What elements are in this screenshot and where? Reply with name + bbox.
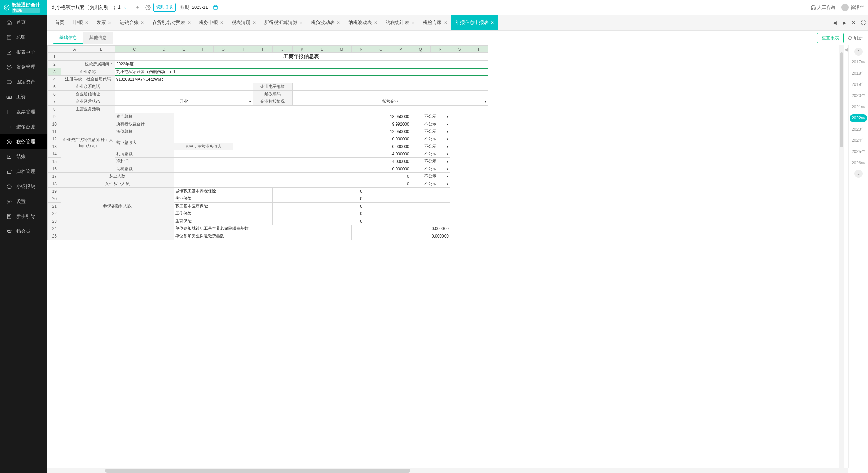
year-up-icon[interactable]: ⌃ bbox=[854, 48, 863, 56]
medical-cell[interactable]: 0 bbox=[273, 203, 450, 210]
profit-pub[interactable]: 不公示 bbox=[411, 150, 450, 158]
sidebar-item-tax[interactable]: 税务管理 bbox=[0, 134, 47, 149]
sidebar-item-ledger[interactable]: 总账 bbox=[0, 30, 47, 45]
collapse-rail-icon[interactable]: ◀ bbox=[844, 45, 848, 468]
col-header[interactable]: H bbox=[233, 46, 253, 53]
netprofit-pub[interactable]: 不公示 bbox=[411, 158, 450, 165]
fullscreen-icon[interactable]: ⛶ bbox=[859, 15, 868, 30]
col-header[interactable]: D bbox=[154, 46, 174, 53]
col-header[interactable]: A bbox=[61, 46, 88, 53]
tab-close-icon[interactable]: ✕ bbox=[411, 20, 415, 25]
tabs-prev-icon[interactable]: ◀ bbox=[830, 15, 840, 30]
year-item[interactable]: 2018年 bbox=[850, 70, 867, 77]
tab[interactable]: 税表清册✕ bbox=[228, 15, 260, 30]
tab-close-icon[interactable]: ✕ bbox=[108, 20, 112, 25]
col-header[interactable]: E bbox=[174, 46, 194, 53]
equity-cell[interactable]: 9.992000 bbox=[174, 120, 411, 128]
tab-close-icon[interactable]: ✕ bbox=[444, 20, 447, 25]
tab-close-icon[interactable]: ✕ bbox=[188, 20, 191, 25]
tab-close-icon[interactable]: ✕ bbox=[141, 20, 144, 25]
sidebar-item-home[interactable]: 首页 bbox=[0, 15, 47, 30]
sidebar-item-close[interactable]: 结账 bbox=[0, 149, 47, 164]
tab[interactable]: i申报✕ bbox=[68, 15, 93, 30]
year-item[interactable]: 2025年 bbox=[850, 148, 867, 156]
zip-cell[interactable] bbox=[292, 91, 488, 98]
tab-close-icon[interactable]: ✕ bbox=[220, 20, 223, 25]
col-header[interactable]: F bbox=[194, 46, 213, 53]
holding-select[interactable]: 私营企业 bbox=[292, 98, 488, 106]
tab[interactable]: 进销台账✕ bbox=[116, 15, 148, 30]
tab[interactable]: 税负波动表✕ bbox=[307, 15, 344, 30]
year-item[interactable]: 2026年 bbox=[850, 159, 867, 167]
status-select[interactable]: 开业 bbox=[115, 98, 253, 106]
phone-cell[interactable] bbox=[115, 83, 253, 91]
injury-cell[interactable]: 0 bbox=[273, 210, 450, 217]
reg-code-cell[interactable]: 91320811MA7NGR2W6R bbox=[115, 76, 488, 83]
col-header[interactable]: C bbox=[115, 46, 154, 53]
year-item[interactable]: 2024年 bbox=[850, 137, 867, 145]
period-value[interactable]: 2023-11 bbox=[192, 5, 208, 10]
tab-close-icon[interactable]: ✕ bbox=[299, 20, 303, 25]
profit-cell[interactable]: -4.000000 bbox=[174, 150, 411, 158]
tab[interactable]: 所得税汇算清缴✕ bbox=[260, 15, 307, 30]
mainbiz-cell[interactable] bbox=[115, 106, 488, 113]
col-header[interactable]: R bbox=[430, 46, 450, 53]
address-cell[interactable] bbox=[115, 91, 253, 98]
pension-base-cell[interactable]: 0.000000 bbox=[352, 225, 450, 232]
unemploy-base-cell[interactable]: 0.000000 bbox=[352, 232, 450, 240]
sidebar-item-vip[interactable]: 畅会员 bbox=[0, 224, 47, 239]
reset-report-button[interactable]: 重置报表 bbox=[817, 33, 844, 43]
tabs-close-all-icon[interactable]: ✕ bbox=[849, 15, 859, 30]
pension-cell[interactable]: 0 bbox=[273, 188, 450, 195]
employees-cell[interactable]: 0 bbox=[174, 173, 411, 180]
account-chevron-icon[interactable]: ⌄ bbox=[123, 5, 127, 10]
tab[interactable]: 年报信息申报表✕ bbox=[451, 15, 498, 30]
col-header[interactable]: K bbox=[292, 46, 312, 53]
sidebar-item-settings[interactable]: 设置 bbox=[0, 194, 47, 209]
col-header[interactable]: L bbox=[312, 46, 332, 53]
sidebar-item-report[interactable]: 报表中心 bbox=[0, 45, 47, 60]
switch-old-version-button[interactable]: 切到旧版 bbox=[153, 3, 176, 12]
tabs-next-icon[interactable]: ▶ bbox=[840, 15, 849, 30]
calendar-icon[interactable] bbox=[213, 5, 218, 10]
employees-pub[interactable]: 不公示 bbox=[411, 173, 450, 180]
subtab[interactable]: 其他信息 bbox=[83, 32, 113, 44]
tab[interactable]: 纳税统计表✕ bbox=[381, 15, 419, 30]
total-assets-pub[interactable]: 不公示 bbox=[411, 113, 450, 120]
tab[interactable]: 税务申报✕ bbox=[195, 15, 228, 30]
year-item[interactable]: 2020年 bbox=[850, 92, 867, 100]
tab-close-icon[interactable]: ✕ bbox=[253, 20, 256, 25]
account-selector[interactable]: 刘小艳演示账套（勿删勿动！）1 bbox=[52, 4, 121, 11]
main-revenue-cell[interactable]: 0.000000 bbox=[233, 143, 411, 150]
unemploy-cell[interactable]: 0 bbox=[273, 195, 450, 203]
sidebar-item-invoice[interactable]: 发票管理 bbox=[0, 105, 47, 119]
col-header[interactable]: T bbox=[469, 46, 488, 53]
year-down-icon[interactable]: ⌄ bbox=[854, 170, 863, 178]
col-header[interactable]: B bbox=[88, 46, 115, 53]
sidebar-item-asset[interactable]: 固定资产 bbox=[0, 75, 47, 90]
sidebar-item-inout[interactable]: 进销台账 bbox=[0, 119, 47, 134]
period-value-cell[interactable]: 2022年度 bbox=[115, 61, 488, 68]
logo[interactable]: 畅捷通好会计 专业版 bbox=[0, 0, 47, 15]
year-item[interactable]: 2022年 bbox=[850, 114, 867, 122]
netprofit-cell[interactable]: -4.000000 bbox=[174, 158, 411, 165]
revenue-cell[interactable]: 0.000000 bbox=[174, 135, 411, 143]
company-name-cell[interactable]: 刘小艳演示账套（勿删勿动！）1 bbox=[115, 68, 488, 76]
tab[interactable]: 存货别名对照表✕ bbox=[148, 15, 195, 30]
support-button[interactable]: 人工咨询 bbox=[811, 4, 835, 11]
tab-close-icon[interactable]: ✕ bbox=[85, 20, 88, 25]
add-account-icon[interactable]: ＋ bbox=[135, 4, 140, 11]
liab-cell[interactable]: 12.050000 bbox=[174, 128, 411, 135]
horizontal-scrollbar[interactable] bbox=[47, 468, 848, 473]
tab[interactable]: 纳税波动表✕ bbox=[344, 15, 381, 30]
sidebar-item-funds[interactable]: 资金管理 bbox=[0, 60, 47, 75]
tax-pub[interactable]: 不公示 bbox=[411, 165, 450, 173]
tab-close-icon[interactable]: ✕ bbox=[374, 20, 377, 25]
year-item[interactable]: 2017年 bbox=[850, 58, 867, 66]
spreadsheet[interactable]: ABCDEFGHIJKLMNOPQRST 1工商年报信息表 2税款所属期间：20… bbox=[47, 45, 839, 468]
tab-close-icon[interactable]: ✕ bbox=[491, 20, 494, 25]
vertical-scrollbar[interactable] bbox=[839, 45, 844, 468]
tab[interactable]: 发票✕ bbox=[93, 15, 116, 30]
col-header[interactable]: N bbox=[352, 46, 371, 53]
maternity-cell[interactable]: 0 bbox=[273, 217, 450, 225]
